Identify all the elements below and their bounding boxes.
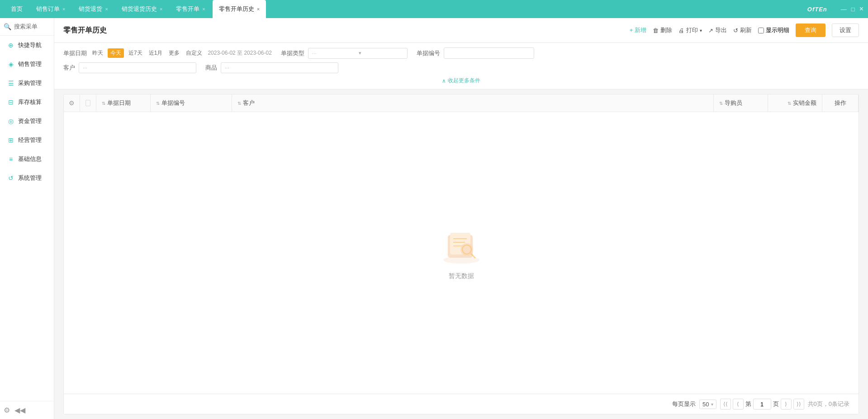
- th-settings[interactable]: ⚙: [64, 95, 80, 111]
- th-amount: ⇅ 实销金额: [768, 94, 822, 112]
- tab-sales-return[interactable]: 销货退货 ×: [72, 0, 114, 18]
- brand-label: OfTEn: [807, 6, 827, 13]
- sidebar-item-label: 基础信息: [18, 155, 42, 163]
- window-close-btn[interactable]: ×: [859, 5, 863, 13]
- home-icon: ⊕: [7, 42, 14, 49]
- tab-retail-open-history[interactable]: 零售开单历史 ×: [213, 0, 266, 18]
- th-checkbox[interactable]: [80, 95, 96, 111]
- delete-icon: 🗑: [653, 27, 659, 34]
- display-detail-checkbox[interactable]: [758, 28, 764, 33]
- print-button[interactable]: 🖨 打印 ▾: [678, 26, 702, 34]
- first-page-btn[interactable]: ⟨⟨: [720, 399, 731, 410]
- close-tab-retail-open[interactable]: ×: [202, 6, 205, 12]
- close-tab-sales-return-history[interactable]: ×: [160, 6, 162, 12]
- sidebar-item-stock-calc[interactable]: ⊟ 库存核算: [0, 93, 54, 112]
- sidebar-item-label: 系统管理: [18, 174, 42, 182]
- sidebar-bottom: ⚙ ◀◀: [0, 401, 54, 419]
- sidebar-item-ops-mgmt[interactable]: ⊞ 经营管理: [0, 131, 54, 150]
- sidebar-item-purchase-mgmt[interactable]: ☰ 采购管理: [0, 74, 54, 93]
- goods-input[interactable]: ···: [221, 62, 338, 73]
- display-detail-toggle[interactable]: 显示明细: [758, 26, 789, 34]
- date-btn-today[interactable]: 今天: [108, 48, 124, 58]
- sort-date-icon[interactable]: ⇅: [102, 101, 105, 106]
- delete-button[interactable]: 🗑 删除: [653, 26, 672, 34]
- last-page-btn[interactable]: ⟩⟩: [793, 399, 804, 410]
- close-tab-sales-order[interactable]: ×: [62, 6, 65, 12]
- date-shortcuts: 昨天 今天 近7天 近1月 更多 自定义: [90, 48, 204, 58]
- tab-retail-open[interactable]: 零售开单 ×: [170, 0, 211, 18]
- next-page-btn[interactable]: ⟩: [781, 399, 792, 410]
- sidebar: 🔍 搜索采单 ⊕ 快捷导航 ◈ 销售管理 ☰ 采购管理 ⊟ 库存核算 ◎ 资金管…: [0, 18, 54, 419]
- empty-state: 暂无数据: [64, 112, 859, 394]
- th-date: ⇅ 单据日期: [96, 94, 151, 112]
- customer-label: 客户: [63, 64, 75, 72]
- empty-text: 暂无数据: [449, 272, 474, 280]
- date-btn-custom[interactable]: 自定义: [184, 49, 204, 57]
- sidebar-item-sys-mgmt[interactable]: ↺ 系统管理: [0, 169, 54, 188]
- search-icon: 🔍: [4, 23, 11, 30]
- tab-home[interactable]: 首页: [5, 0, 29, 18]
- stock-icon: ⊟: [7, 99, 14, 106]
- filter-area: 单据日期 昨天 今天 近7天 近1月 更多 自定义 2023-06-02 至 2…: [54, 43, 868, 89]
- goods-label: 商品: [205, 64, 217, 72]
- filter-row-1: 单据日期 昨天 今天 近7天 近1月 更多 自定义 2023-06-02 至 2…: [63, 47, 859, 59]
- tab-sales-return-history[interactable]: 销货退货历史 ×: [115, 0, 169, 18]
- window-min-btn[interactable]: —: [841, 6, 847, 13]
- sidebar-settings-btn[interactable]: ⚙: [4, 406, 10, 414]
- sort-amount-icon[interactable]: ⇅: [787, 101, 791, 106]
- sidebar-item-base-info[interactable]: ≡ 基础信息: [0, 150, 54, 169]
- sidebar-collapse-btn[interactable]: ◀◀: [14, 406, 25, 414]
- base-icon: ≡: [7, 155, 14, 163]
- date-btn-7days[interactable]: 近7天: [127, 49, 144, 57]
- sidebar-item-label: 库存核算: [18, 98, 42, 106]
- query-button[interactable]: 查询: [796, 24, 825, 37]
- prev-page-btn[interactable]: ⟨: [733, 399, 744, 410]
- sidebar-item-label: 销售管理: [18, 60, 42, 68]
- order-type-select[interactable]: ··· ▾: [308, 48, 408, 59]
- new-button[interactable]: + 新增: [630, 26, 646, 34]
- date-range-display: 2023-06-02 至 2023-06-02: [208, 49, 271, 57]
- sort-guide-icon[interactable]: ⇅: [719, 101, 723, 106]
- main-layout: 🔍 搜索采单 ⊕ 快捷导航 ◈ 销售管理 ☰ 采购管理 ⊟ 库存核算 ◎ 资金管…: [0, 18, 868, 419]
- per-page-select[interactable]: 50 ▾: [699, 400, 716, 409]
- sales-icon: ◈: [7, 61, 14, 68]
- content-area: 零售开单历史 + 新增 🗑 删除 🖨 打印 ▾ ↗ 导出: [54, 18, 868, 419]
- print-icon: 🖨: [678, 27, 684, 34]
- select-all-checkbox[interactable]: [85, 100, 90, 106]
- date-btn-more[interactable]: 更多: [167, 49, 181, 57]
- order-no-input[interactable]: [444, 47, 534, 59]
- sidebar-item-quick-nav[interactable]: ⊕ 快捷导航: [0, 36, 54, 55]
- table-container: ⚙ ⇅ 单据日期 ⇅ 单据编号 ⇅ 客户: [63, 94, 859, 414]
- refresh-button[interactable]: ↺ 刷新: [733, 26, 752, 34]
- export-button[interactable]: ↗ 导出: [708, 26, 727, 34]
- chevron-down-icon: ▾: [359, 50, 403, 56]
- sort-customer-icon[interactable]: ⇅: [237, 101, 241, 106]
- date-btn-yesterday[interactable]: 昨天: [90, 49, 105, 57]
- sidebar-item-sales-mgmt[interactable]: ◈ 销售管理: [0, 55, 54, 74]
- table-header: ⚙ ⇅ 单据日期 ⇅ 单据编号 ⇅ 客户: [64, 94, 859, 112]
- collapse-filter-btn[interactable]: ∧ 收起更多条件: [442, 77, 480, 85]
- date-btn-1month[interactable]: 近1月: [147, 49, 165, 57]
- sidebar-search[interactable]: 🔍 搜索采单: [0, 18, 54, 36]
- purchase-icon: ☰: [7, 80, 14, 87]
- date-filter-label: 单据日期: [63, 49, 87, 57]
- order-type-label: 单据类型: [281, 49, 304, 57]
- sidebar-item-finance-mgmt[interactable]: ◎ 资金管理: [0, 112, 54, 131]
- filter-customer-item: 客户 ···: [63, 62, 196, 73]
- window-max-btn[interactable]: □: [851, 6, 855, 13]
- page-input[interactable]: [753, 399, 771, 410]
- close-tab-sales-return[interactable]: ×: [105, 6, 108, 12]
- tab-sales-order[interactable]: 销售订单 ×: [30, 0, 71, 18]
- column-settings-icon[interactable]: ⚙: [69, 99, 75, 107]
- sort-orderno-icon[interactable]: ⇅: [156, 101, 160, 106]
- order-no-label: 单据编号: [417, 49, 440, 57]
- close-tab-retail-open-history[interactable]: ×: [257, 6, 260, 12]
- filter-order-no-item: 单据编号: [417, 47, 534, 59]
- sidebar-item-label: 资金管理: [18, 117, 42, 125]
- print-chevron-icon: ▾: [700, 28, 702, 33]
- per-page-value: 50: [702, 401, 709, 408]
- th-action: 操作: [822, 94, 859, 112]
- set-button[interactable]: 设置: [832, 24, 859, 37]
- ops-icon: ⊞: [7, 137, 14, 144]
- customer-input[interactable]: ···: [79, 62, 196, 73]
